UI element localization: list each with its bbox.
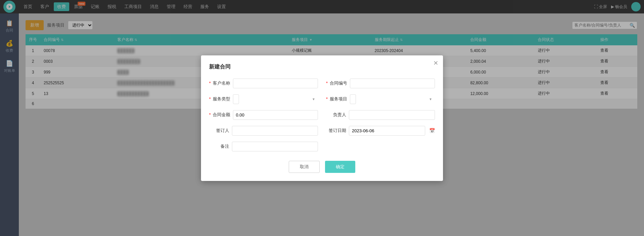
modal-overlay: 新建合同 ✕ * 客户名称 * 合同编号 <box>0 0 644 236</box>
responsible-person-input[interactable] <box>349 110 435 120</box>
form-field-customer-name: * 客户名称 <box>209 79 318 88</box>
responsible-label: 负责人 <box>326 112 346 118</box>
form-row-1: * 客户名称 * 合同编号 <box>209 79 435 88</box>
customer-name-input[interactable] <box>233 79 318 88</box>
required-star-4: * <box>326 96 328 101</box>
form-row-3: * 合同金额 负责人 <box>209 110 435 120</box>
required-star-3: * <box>209 96 211 101</box>
sign-date-label: 签订日期 <box>326 128 346 134</box>
calendar-icon[interactable]: 📅 <box>429 128 435 133</box>
amount-label: * 合同金额 <box>209 112 230 118</box>
form-row-4: 签订人 签订日期 📅 <box>209 126 435 136</box>
service-type-select-wrapper <box>233 94 318 104</box>
form-field-service-type: * 服务类型 <box>209 94 318 104</box>
modal-title: 新建合同 <box>209 63 435 70</box>
sign-date-input[interactable] <box>349 126 425 136</box>
confirm-button[interactable]: 确定 <box>325 161 355 173</box>
form-field-service-item: * 服务项目 <box>326 94 435 104</box>
service-item-select-wrapper <box>350 94 435 104</box>
required-star-2: * <box>326 81 328 86</box>
form-field-contract-no: * 合同编号 <box>326 79 435 88</box>
new-contract-modal: 新建合同 ✕ * 客户名称 * 合同编号 <box>201 55 443 181</box>
cancel-button[interactable]: 取消 <box>289 161 320 173</box>
notes-input[interactable] <box>232 142 318 151</box>
form-field-notes: 备注 <box>209 142 318 151</box>
contract-no-label: * 合同编号 <box>326 80 347 86</box>
modal-close-button[interactable]: ✕ <box>433 59 438 67</box>
form-field-responsible: 负责人 <box>326 110 435 120</box>
form-row-2: * 服务类型 * 服务项目 <box>209 94 435 104</box>
form-field-amount: * 合同金额 <box>209 110 318 120</box>
service-item-select[interactable] <box>350 94 356 104</box>
required-star-1: * <box>209 81 211 86</box>
customer-name-label: * 客户名称 <box>209 80 230 86</box>
form-row-5: 备注 <box>209 142 435 151</box>
signer-label: 签订人 <box>209 128 229 134</box>
service-type-select[interactable] <box>233 94 239 104</box>
signer-input[interactable] <box>232 126 318 136</box>
modal-footer: 取消 确定 <box>209 161 435 173</box>
required-star-5: * <box>209 112 211 117</box>
service-item-label: * 服务项目 <box>326 96 347 102</box>
form-field-sign-date: 签订日期 📅 <box>326 126 435 136</box>
contract-amount-input[interactable] <box>233 110 318 120</box>
contract-no-input[interactable] <box>350 79 435 88</box>
notes-label: 备注 <box>209 143 229 149</box>
form-field-signer: 签订人 <box>209 126 318 136</box>
service-type-label: * 服务类型 <box>209 96 230 102</box>
